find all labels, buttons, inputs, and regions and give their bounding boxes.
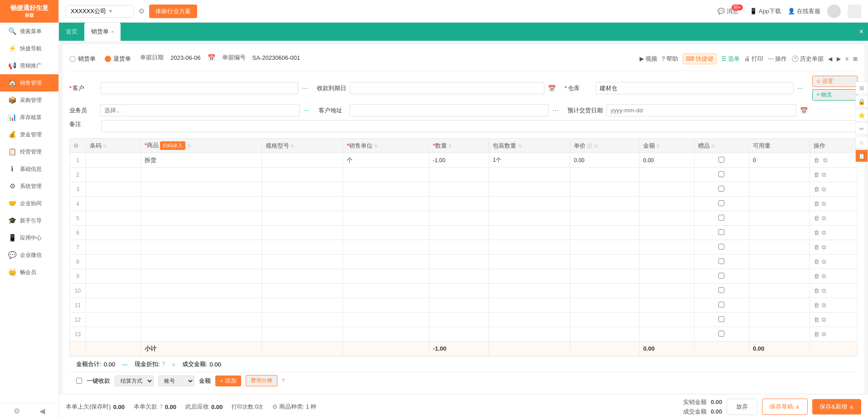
date-calendar-icon[interactable]: 📅 [208,54,215,61]
cell-spec[interactable] [262,153,343,168]
unit-sort-icon[interactable]: ⇅ [374,144,378,149]
cell-spec[interactable] [262,197,343,211]
cell-gift[interactable] [694,298,749,313]
cell-gift[interactable] [694,255,749,269]
cell-barcode[interactable] [86,226,141,240]
cell-product[interactable] [141,211,262,226]
cell-barcode[interactable] [86,284,141,298]
delete-row-icon[interactable]: 🗑 [814,316,820,323]
cell-gift[interactable] [694,153,749,168]
cell-unit[interactable] [343,240,429,255]
sidebar-item-finance[interactable]: 💰 资金管理 [0,126,58,143]
cell-unit[interactable] [343,269,429,284]
cell-unit-price[interactable] [570,313,640,327]
cell-spec[interactable] [262,313,343,327]
cell-barcode[interactable] [86,153,141,168]
copy-row-icon[interactable]: ⧉ [822,302,826,308]
payment-account-select[interactable]: 账号 [158,376,194,386]
expected-date-input[interactable] [606,104,796,116]
print-btn[interactable]: 🖨 打印 [744,55,763,63]
cell-unit-price[interactable] [570,197,640,211]
warehouse-more-icon[interactable]: ··· [797,84,803,92]
cell-gift[interactable] [694,240,749,255]
cell-spec[interactable] [262,269,343,284]
user-avatar[interactable] [827,5,841,18]
message-btn[interactable]: 💬 消息 99+ [718,7,738,15]
cell-barcode[interactable] [86,327,141,342]
sidebar-item-guide[interactable]: 🎓 新手引导 [0,212,58,229]
gift-checkbox[interactable] [718,186,724,192]
sidebar-item-sales[interactable]: 🏠 销售管理 [0,74,58,92]
nav-next-btn[interactable]: ▶ [837,56,841,62]
float-btn-6-orange[interactable]: 📋 [855,149,868,162]
cell-product[interactable] [141,327,262,342]
cell-unit-price[interactable] [570,298,640,313]
gift-checkbox[interactable] [718,316,724,322]
payment-due-input[interactable] [350,82,544,94]
cell-spec[interactable] [262,182,343,197]
cell-qty[interactable] [429,168,489,182]
cell-product[interactable] [141,269,262,284]
customer-more-icon[interactable]: ··· [302,84,308,92]
cell-unit[interactable] [343,182,429,197]
float-btn-4[interactable]: ✏ [855,122,868,135]
cell-qty[interactable] [429,240,489,255]
barcode-sort-icon[interactable]: ⇅ [103,144,107,149]
cell-unit-price[interactable] [570,182,640,197]
cell-spec[interactable] [262,240,343,255]
gift-checkbox[interactable] [718,273,724,279]
sidebar-item-basic-info[interactable]: ℹ 基础信息 [0,160,58,178]
cell-barcode[interactable] [86,240,141,255]
gift-checkbox[interactable] [718,215,724,221]
cell-spec[interactable] [262,211,343,226]
cell-unit-price[interactable] [570,255,640,269]
cell-qty[interactable] [429,313,489,327]
cell-unit-price[interactable] [570,168,640,182]
cell-spec[interactable] [262,168,343,182]
column-settings-icon[interactable]: ⚙ [73,142,79,149]
qty-sort-icon[interactable]: ⇅ [448,144,452,149]
sidebar-item-app-center[interactable]: 📱 应用中心 [0,229,58,246]
online-service-btn[interactable]: 👤 在线客服 [788,7,820,15]
scan-button[interactable]: 扫码录入 [160,141,185,150]
cell-unit[interactable] [343,255,429,269]
gift-checkbox[interactable] [718,200,724,206]
cell-spec[interactable] [262,298,343,313]
delete-row-icon[interactable]: 🗑 [814,215,820,222]
cell-unit-price[interactable] [570,269,640,284]
choose-order-btn[interactable]: ☰ 选单 [721,55,740,63]
logistics-button[interactable]: + 物流 [812,89,858,101]
delete-row-icon[interactable]: 🗑 [814,302,820,308]
cell-barcode[interactable] [86,298,141,313]
gift-checkbox[interactable] [718,331,724,337]
cell-product[interactable] [141,182,262,197]
salesperson-input[interactable] [100,104,300,116]
gift-checkbox[interactable] [718,229,724,235]
gift-checkbox[interactable] [718,302,724,308]
delete-row-icon[interactable]: 🗑 [814,157,820,164]
list-view-btn[interactable]: ≡ [845,56,849,62]
cell-barcode[interactable] [86,313,141,327]
video-btn[interactable]: ▶ 视频 [640,55,657,63]
copy-row-icon[interactable]: ⧉ [822,186,826,193]
cell-product[interactable] [141,255,262,269]
sidebar-collapse-btn[interactable]: ◀ [39,407,45,415]
salesperson-more-icon[interactable]: ··· [303,106,309,115]
shortcut-btn[interactable]: ⌨ 快捷键 [683,53,717,64]
cell-unit-price[interactable] [570,284,640,298]
cell-product[interactable] [141,298,262,313]
grid-view-btn[interactable]: ⊞ [853,56,858,62]
delete-row-icon[interactable]: 🗑 [814,186,820,193]
cell-product[interactable] [141,284,262,298]
gift-checkbox[interactable] [718,171,724,177]
app-download-btn[interactable]: 📱 App下载 [750,7,781,15]
cell-qty[interactable] [429,182,489,197]
cell-unit[interactable] [343,226,429,240]
cell-qty[interactable] [429,298,489,313]
copy-row-icon[interactable]: ⧉ [822,229,826,236]
delete-row-icon[interactable]: 🗑 [814,258,820,265]
user-menu-btn[interactable] [848,5,861,18]
tab-close-icon[interactable]: × [111,29,114,34]
customer-input[interactable] [100,82,298,94]
cell-qty[interactable] [429,255,489,269]
